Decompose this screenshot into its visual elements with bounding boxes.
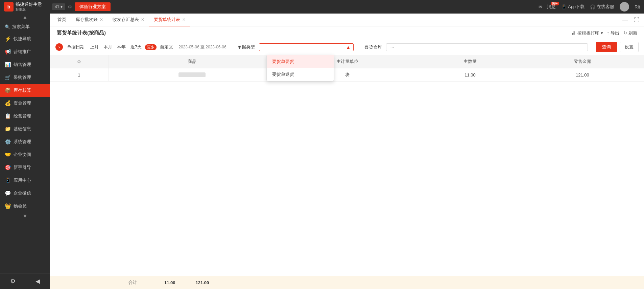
tab-order-stats-label: 要货单统计表 [154,17,180,23]
shortcut-more[interactable]: 更多 [145,44,157,50]
top-bar-middle: 41 ▾ ⚙ 体验行业方案 [45,2,535,11]
page-actions: 🖨 按模板打印 ▾ ↑ 导出 ↻ 刷新 [572,30,638,36]
shortcut-7days[interactable]: 近7天 [129,43,143,51]
query-btn[interactable]: 查询 [596,42,617,52]
page-title: 要货单统计表(按商品) [57,30,106,36]
th-qty: 主数量 [419,55,521,68]
sidebar-item-label: 采购管理 [14,74,31,81]
sidebar-item-app-center[interactable]: 📱 应用中心 [0,174,50,187]
online-service-btn[interactable]: 🎧 在线客服 [590,4,614,10]
finance-icon: 💰 [5,100,11,106]
sidebar-item-label: 快捷导航 [14,36,31,42]
export-icon: ↑ [607,30,610,36]
sidebar-scroll-up[interactable]: ▲ [0,14,50,21]
tab-home[interactable]: 首页 [53,14,71,26]
page-header: 要货单统计表(按商品) 🖨 按模板打印 ▾ ↑ 导出 ↻ [50,26,644,39]
warehouse-input[interactable]: ··· [386,43,588,51]
type-arrow-icon[interactable]: ▲ [346,45,351,50]
quick-nav-icon: ⚡ [5,36,11,42]
page-content: 要货单统计表(按商品) 🖨 按模板打印 ▾ ↑ 导出 ↻ [50,26,644,289]
type-input-wrapper[interactable]: ▲ [259,43,354,51]
tab-order-stats[interactable]: 要货单统计表 ✕ [149,14,190,26]
sidebar-item-operation[interactable]: 📋 经营管理 [0,110,50,123]
logo: b 畅捷通好生意 标准版 [4,2,42,12]
date-label: 单据日期 [67,44,85,50]
top-bar-right: ✉ 99+ 消息 📱 App下载 🎧 在线客服 Rit [539,2,640,12]
th-amount: 零售金额 [521,55,644,68]
tab-receipt-summary-close[interactable]: ✕ [141,17,144,22]
top-bar: b 畅捷通好生意 标准版 41 ▾ ⚙ 体验行业方案 ✉ 99+ 消息 📱 Ap… [0,0,644,14]
print-label: 按模板打印 [577,30,599,36]
sidebar-item-collab[interactable]: 🤝 企业协同 [0,148,50,161]
footer-qty: 11.00 [164,280,175,285]
sidebar-item-label: 资金管理 [14,100,31,106]
sidebar-item-marketing[interactable]: 📢 营销推广 [0,45,50,58]
sidebar-item-label: 企业协同 [14,152,31,158]
export-btn[interactable]: ↑ 导出 [607,30,620,36]
sidebar-settings-btn[interactable]: ⚙ [9,276,17,286]
sidebar-item-purchase[interactable]: 🛒 采购管理 [0,71,50,84]
refresh-label: 刷新 [628,30,637,36]
th-settings[interactable]: ⚙ [50,55,108,68]
app-center-icon: 📱 [5,177,11,183]
sidebar-item-basic[interactable]: 📁 基础信息 [0,123,50,135]
print-btn[interactable]: 🖨 按模板打印 ▾ [572,30,603,36]
tab-inventory-batch[interactable]: 库存批次账 ✕ [71,14,108,26]
filter-expand-btn[interactable]: › [55,43,63,51]
refresh-btn[interactable]: ↻ 刷新 [623,30,637,36]
store-selector[interactable]: 41 ▾ [52,3,65,10]
sidebar-bottom: ⚙ ◀ [0,273,50,289]
th-product: 商品 [108,55,276,68]
type-label: 单据类型 [237,44,255,50]
sidebar-item-system[interactable]: ⚙️ 系统管理 [0,135,50,148]
app-download-label: App下载 [568,4,585,10]
sidebar-item-label: 经营管理 [14,113,31,119]
sidebar: ▲ 🔍 搜索菜单 ⚡ 快捷导航 📢 营销推广 📊 销售管理 🛒 采购管理 [0,14,50,289]
sidebar-item-label: 畅会员 [14,203,27,209]
settings-btn[interactable]: 设置 [620,42,639,52]
footer-amount: 121.00 [196,280,209,285]
avatar[interactable] [620,2,629,12]
sidebar-search-label: 搜索菜单 [12,24,30,30]
shortcut-this-year[interactable]: 本年 [116,43,127,51]
sidebar-item-label: 库存核算 [14,87,31,93]
dropdown-item-order-return[interactable]: 要货单退货 [267,68,334,81]
app-download-btn[interactable]: 📱 App下载 [561,4,585,10]
warehouse-more-icon[interactable]: ··· [390,45,394,50]
dropdown-item-order-purchase[interactable]: 要货单要货 [267,55,334,68]
member-icon: 👑 [5,203,11,209]
chevron-down-icon: ▾ [61,4,63,9]
sidebar-item-sales[interactable]: 📊 销售管理 [0,58,50,71]
system-icon: ⚙️ [5,139,11,145]
gear-icon[interactable]: ⚙ [68,4,72,9]
cell-amount: 121.00 [521,68,644,82]
shortcut-custom[interactable]: 自定义 [159,43,174,51]
sidebar-item-member[interactable]: 👑 畅会员 [0,200,50,213]
industry-btn[interactable]: 体验行业方案 [75,2,111,11]
sidebar-scroll-down[interactable]: ▼ [0,213,50,220]
sidebar-item-label: 销售管理 [14,62,31,68]
type-input[interactable] [262,45,346,50]
sidebar-item-finance[interactable]: 💰 资金管理 [0,97,50,110]
sidebar-item-guide[interactable]: 🎯 新手引导 [0,161,50,174]
tab-receipt-summary[interactable]: 收发存汇总表 ✕ [108,14,149,26]
shortcut-last-month[interactable]: 上月 [89,43,100,51]
message-btn[interactable]: ✉ 99+ 消息 [539,4,556,10]
sidebar-item-inventory[interactable]: 📦 库存核算 [0,84,50,97]
shortcut-this-month[interactable]: 本月 [102,43,114,51]
tabs-maximize-btn[interactable]: ⛶ [632,16,641,24]
date-shortcuts: 上月 本月 本年 近7天 更多 自定义 [89,43,174,51]
message-icon: ✉ [539,4,542,9]
refresh-icon: ↻ [623,30,627,36]
sidebar-item-quick-nav[interactable]: ⚡ 快捷导航 [0,32,50,45]
tabs-minimize-btn[interactable]: — [620,16,630,24]
basic-icon: 📁 [5,126,11,132]
sidebar-item-label: 系统管理 [14,139,31,145]
tab-home-label: 首页 [57,17,66,23]
tab-inventory-batch-close[interactable]: ✕ [100,17,103,22]
tab-order-stats-close[interactable]: ✕ [182,17,186,22]
sidebar-item-wechat[interactable]: 💬 企业微信 [0,187,50,200]
sidebar-collapse-btn[interactable]: ◀ [34,276,42,286]
sidebar-search[interactable]: 🔍 搜索菜单 [0,21,50,32]
filter-actions: 查询 设置 [596,42,639,52]
